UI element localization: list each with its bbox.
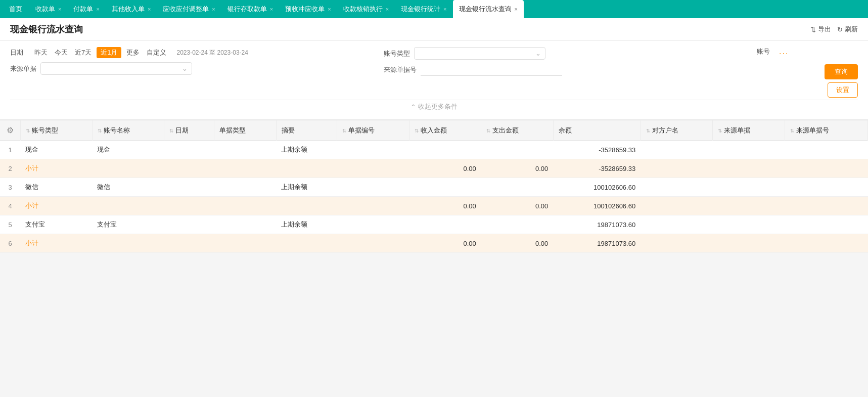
table-cell: 1	[0, 141, 20, 159]
source-doc-chevron-icon: ⌄	[182, 65, 188, 72]
nav-tab-现金银行统计[interactable]: 现金银行统计×	[395, 0, 452, 18]
table-cell	[785, 234, 867, 253]
tab-close-icon[interactable]: ×	[386, 6, 389, 12]
nav-tab-应收应付调整单[interactable]: 应收应付调整单×	[157, 0, 221, 18]
refresh-button[interactable]: ↻ 刷新	[837, 25, 858, 34]
table-cell: -3528659.33	[553, 159, 641, 178]
page-title: 现金银行流水查询	[10, 23, 83, 35]
collapse-bar[interactable]: ⌃ 收起更多条件	[10, 100, 858, 113]
table-cell: 小计	[20, 197, 92, 215]
table-cell	[481, 178, 553, 197]
table-cell: 微信	[20, 178, 92, 197]
table-cell	[337, 141, 409, 159]
table-cell	[641, 197, 712, 215]
table-col-account_name: ⇅账号名称	[92, 120, 164, 141]
settings-button[interactable]: 设置	[828, 82, 858, 98]
table-cell	[164, 159, 214, 178]
nav-tab-收款单[interactable]: 收款单×	[29, 0, 67, 18]
nav-home[interactable]: 首页	[2, 5, 29, 14]
table-col-balance: 余额	[553, 120, 641, 141]
nav-tab-label: 收款单	[35, 5, 55, 14]
table-cell	[641, 178, 712, 197]
sort-arrows-icon[interactable]: ⇅	[342, 128, 346, 134]
export-icon: ⇅	[810, 26, 816, 33]
date-range-text: 2023-02-24 至 2023-03-24	[176, 49, 248, 57]
table-cell: 0.00	[409, 159, 481, 178]
table-cell: 上期余额	[276, 178, 337, 197]
table-cell	[409, 215, 481, 234]
table-cell: 0.00	[409, 234, 481, 253]
date-opt-自定义[interactable]: 自定义	[145, 47, 168, 58]
sort-arrows-icon[interactable]: ⇅	[98, 128, 102, 134]
table-cell: 19871073.60	[553, 215, 641, 234]
date-opt-近1月[interactable]: 近1月	[97, 47, 121, 58]
filter-row-account-type: 账号类型 ⌄	[384, 47, 747, 60]
table-cell	[481, 141, 553, 159]
table-cell: 支付宝	[20, 215, 92, 234]
table-cell: 微信	[92, 178, 164, 197]
date-opt-今天[interactable]: 今天	[53, 47, 70, 58]
table-cell	[164, 197, 214, 215]
table-row: 3微信微信上期余额100102606.60	[0, 178, 868, 197]
table-cell	[276, 197, 337, 215]
page-header: 现金银行流水查询 ⇅ 导出 ↻ 刷新	[0, 18, 868, 41]
nav-tab-收款核销执行[interactable]: 收款核销执行×	[337, 0, 395, 18]
table-cell	[713, 234, 785, 253]
filter-row-account: 账号 ...	[757, 47, 858, 56]
tab-close-icon[interactable]: ×	[443, 6, 446, 12]
tab-close-icon[interactable]: ×	[148, 6, 151, 12]
tab-close-icon[interactable]: ×	[58, 6, 61, 12]
table-cell: 100102606.60	[553, 178, 641, 197]
table-cell: 支付宝	[92, 215, 164, 234]
filter-row-source-no: 来源单据号	[384, 64, 747, 76]
table-cell	[785, 215, 867, 234]
export-button[interactable]: ⇅ 导出	[810, 25, 831, 34]
collapse-up-icon: ⌃	[410, 103, 416, 111]
date-opt-近7天[interactable]: 近7天	[73, 47, 94, 58]
sort-arrows-icon[interactable]: ⇅	[790, 128, 794, 134]
account-dots-btn[interactable]: ...	[779, 47, 789, 56]
sort-arrows-icon[interactable]: ⇅	[26, 128, 30, 134]
table-cell	[276, 234, 337, 253]
table-cell	[713, 197, 785, 215]
date-opt-更多[interactable]: 更多	[124, 47, 142, 58]
tab-close-icon[interactable]: ×	[515, 6, 518, 12]
table-col-source_doc_no: ⇅来源单据号	[785, 120, 867, 141]
table-cell: 0.00	[481, 234, 553, 253]
sort-arrows-icon[interactable]: ⇅	[646, 128, 650, 134]
source-doc-no-input[interactable]	[421, 64, 562, 76]
query-button[interactable]: 查询	[825, 64, 858, 79]
nav-tab-预收冲应收单[interactable]: 预收冲应收单×	[279, 0, 337, 18]
filter-row-source: 来源单据 ⌄	[10, 62, 374, 75]
tab-close-icon[interactable]: ×	[96, 6, 99, 12]
nav-tab-现金银行流水查询[interactable]: 现金银行流水查询×	[453, 0, 524, 18]
sort-arrows-icon[interactable]: ⇅	[486, 128, 490, 134]
sort-arrows-icon[interactable]: ⇅	[415, 128, 419, 134]
source-doc-select[interactable]: ⌄	[40, 62, 192, 75]
tab-close-icon[interactable]: ×	[328, 6, 331, 12]
sort-arrows-icon[interactable]: ⇅	[718, 128, 722, 134]
table-cell: 现金	[92, 141, 164, 159]
nav-tab-label: 银行存取款单	[227, 5, 267, 14]
top-nav: 首页 收款单×付款单×其他收入单×应收应付调整单×银行存取款单×预收冲应收单×收…	[0, 0, 868, 18]
nav-tabs: 收款单×付款单×其他收入单×应收应付调整单×银行存取款单×预收冲应收单×收款核销…	[29, 0, 524, 18]
table-cell	[409, 178, 481, 197]
nav-tab-银行存取款单[interactable]: 银行存取款单×	[221, 0, 279, 18]
table-cell	[785, 178, 867, 197]
tab-close-icon[interactable]: ×	[212, 6, 215, 12]
gear-icon[interactable]: ⚙	[7, 125, 14, 135]
date-opt-昨天[interactable]: 昨天	[32, 47, 50, 58]
account-label: 账号	[757, 47, 775, 56]
table-cell: 现金	[20, 141, 92, 159]
tab-close-icon[interactable]: ×	[270, 6, 273, 12]
table-cell	[92, 197, 164, 215]
date-options: 昨天今天近7天近1月更多自定义	[32, 47, 168, 58]
sort-arrows-icon[interactable]: ⇅	[169, 128, 173, 134]
nav-tab-label: 现金银行统计	[401, 5, 440, 14]
nav-tab-其他收入单[interactable]: 其他收入单×	[106, 0, 157, 18]
table-row: 6小计0.000.0019871073.60	[0, 234, 868, 253]
data-table: ⚙⇅账号类型⇅账号名称⇅日期单据类型摘要⇅单据编号⇅收入金额⇅支出金额余额⇅对方…	[0, 120, 868, 253]
account-type-select[interactable]: ⌄	[414, 47, 545, 60]
nav-tab-付款单[interactable]: 付款单×	[67, 0, 105, 18]
table-cell	[337, 215, 409, 234]
